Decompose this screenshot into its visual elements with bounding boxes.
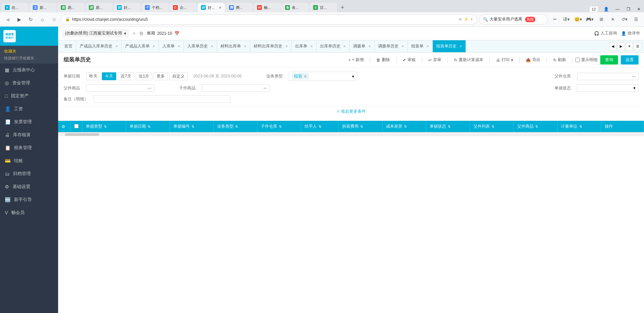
close-material-out-history[interactable]: ✕ bbox=[285, 44, 288, 48]
nav-tab-material-out-history[interactable]: 材料出库单历史 ✕ bbox=[250, 40, 292, 52]
sidebar-item-funds[interactable]: ◎ 资金管理 bbox=[0, 76, 58, 89]
date-btn-today[interactable]: 今天 bbox=[102, 72, 116, 80]
profile-icon[interactable]: 👤 bbox=[602, 6, 611, 12]
sidebar-item-invoice[interactable]: 🧾 发票管理 bbox=[0, 115, 58, 128]
sidebar-item-assets[interactable]: □ 固定资产 bbox=[0, 89, 58, 102]
back-button[interactable]: ◀ bbox=[3, 15, 12, 24]
browser-tab-4[interactable]: 易 易... bbox=[85, 3, 113, 12]
sun-icon[interactable]: ☀ bbox=[608, 14, 618, 25]
abandon-button[interactable]: ↩ 弃审 bbox=[425, 55, 445, 65]
nav-next-button[interactable]: ▶ bbox=[617, 43, 625, 50]
address-bar[interactable]: 🔒 https://cloud.chanjet.com/accounting/u… bbox=[61, 14, 477, 25]
sidebar-item-settle[interactable]: 💳 结账 bbox=[0, 154, 58, 167]
browser-tab-1[interactable]: A 在... bbox=[1, 3, 29, 12]
sidebar-item-settings[interactable]: ⚙ 基础设置 bbox=[0, 180, 58, 193]
th-parent-list[interactable]: 父件列表 ⇅ bbox=[470, 121, 513, 132]
th-biz-type[interactable]: 业务类型 ⇅ bbox=[213, 121, 257, 132]
browser-tab-9[interactable]: 腾 腾... bbox=[226, 3, 253, 12]
child-goods-select[interactable]: ··· bbox=[202, 84, 270, 92]
search-bar[interactable]: 🔍 大量安卓用户逃离 热搜 bbox=[479, 14, 548, 25]
tab-menu-button[interactable]: ☰ bbox=[634, 43, 641, 50]
sort-parent-list-icon[interactable]: ⇅ bbox=[492, 125, 494, 128]
business-type-select[interactable]: 组装 ✕ ▾ bbox=[289, 72, 357, 81]
close-tab-button[interactable]: ✕ bbox=[626, 43, 633, 50]
sort-unit-icon[interactable]: ⇅ bbox=[579, 125, 582, 128]
add-tab-button[interactable]: + bbox=[338, 3, 347, 12]
calendar-icon[interactable]: 📅 bbox=[174, 31, 179, 36]
sort-warehouse-icon[interactable]: ⇅ bbox=[279, 125, 282, 128]
collapse-bar[interactable]: ∧ 收起更多条件 bbox=[64, 106, 639, 116]
browser-tab-7[interactable]: C 企... bbox=[170, 3, 197, 12]
user-profile[interactable]: 👤 徐泽华 bbox=[621, 30, 640, 36]
parent-warehouse-select[interactable]: ··· bbox=[577, 73, 639, 80]
sidebar-item-reports[interactable]: ▦ 云报表中心 bbox=[0, 63, 58, 76]
print-button[interactable]: 🖨 打印 ▾ bbox=[493, 55, 516, 65]
scrollbar-thumb[interactable] bbox=[65, 133, 99, 136]
th-cost-diff[interactable]: 成本差异 ⇅ bbox=[382, 121, 426, 132]
close-adjust-history[interactable]: ✕ bbox=[401, 44, 404, 48]
nav-tab-in-order[interactable]: 入库单 ✕ bbox=[159, 40, 184, 52]
sidebar-item-member[interactable]: V 畅会员 bbox=[0, 206, 58, 219]
audit-button[interactable]: ✔ 审核 bbox=[399, 55, 419, 65]
th-settings[interactable]: ⚙ bbox=[58, 121, 70, 132]
tab-close-8[interactable]: ✕ bbox=[219, 6, 222, 10]
recalc-button[interactable]: ↻ 重新计算成本 bbox=[451, 55, 487, 65]
close-adjust[interactable]: ✕ bbox=[368, 44, 371, 48]
th-disassemble-cost[interactable]: 拆装费用 ⇅ bbox=[338, 121, 382, 132]
child-goods-dots[interactable]: ··· bbox=[264, 86, 267, 90]
game-icon[interactable]: 🎮▾ bbox=[585, 14, 595, 25]
minimize-button[interactable]: — bbox=[614, 6, 622, 12]
maximize-button[interactable]: ❐ bbox=[625, 6, 632, 12]
nav-tab-produce-in[interactable]: 产成品入库单 ✕ bbox=[122, 40, 159, 52]
th-number[interactable]: 单据编号 ⇅ bbox=[170, 121, 213, 132]
select-all-checkbox[interactable] bbox=[74, 124, 79, 128]
sidebar-item-payroll[interactable]: 👤 工资 bbox=[0, 102, 58, 115]
consult-button[interactable]: 🎧 人工咨询 bbox=[594, 30, 617, 36]
scissors-icon[interactable]: ✂ bbox=[550, 14, 560, 25]
sort-parent-goods-icon[interactable]: ⇅ bbox=[535, 125, 538, 128]
close-assemble-history[interactable]: ✕ bbox=[459, 44, 462, 48]
nav-tab-assemble[interactable]: 组装单 ✕ bbox=[408, 40, 433, 52]
nav-tab-produce-in-history[interactable]: 产成品入库单历史 ✕ bbox=[76, 40, 122, 52]
th-status[interactable]: 单据状态 ⇅ bbox=[426, 121, 470, 132]
close-in-order[interactable]: ✕ bbox=[177, 44, 180, 48]
export-button[interactable]: 📤 导出 bbox=[522, 55, 544, 65]
order-status-dropdown[interactable]: ▾ bbox=[633, 86, 635, 90]
dropdown-icon[interactable]: ▾ bbox=[471, 17, 473, 22]
sort-type-icon[interactable]: ⇅ bbox=[104, 125, 107, 128]
company-selector[interactable]: (勿删勿禁用) 江西服宝测试专用 ▾ bbox=[62, 29, 129, 38]
th-unit[interactable]: 计量单位 ⇅ bbox=[558, 121, 601, 132]
sort-status-icon[interactable]: ⇅ bbox=[448, 125, 451, 128]
browser-tab-3[interactable]: 易 易... bbox=[57, 3, 85, 12]
nav-tab-in-history[interactable]: 入库单历史 ✕ bbox=[184, 40, 217, 52]
sort-number-icon[interactable]: ⇅ bbox=[191, 125, 194, 128]
translate-icon[interactable]: 译▾ bbox=[561, 14, 572, 25]
date-btn-1month[interactable]: 近1月 bbox=[136, 72, 152, 80]
parent-goods-select[interactable]: ··· bbox=[86, 84, 155, 92]
sidebar-item-guide[interactable]: 🆕 新手引导 bbox=[0, 193, 58, 206]
sidebar-item-tax[interactable]: 📋 税务管理 bbox=[0, 141, 58, 154]
close-produce-in-history[interactable]: ✕ bbox=[115, 44, 118, 48]
date-btn-more[interactable]: 更多 bbox=[153, 72, 168, 80]
sort-handler-icon[interactable]: ⇅ bbox=[319, 125, 321, 128]
browser-tab-5[interactable]: 好 好... bbox=[113, 3, 141, 12]
browser-tab-11[interactable]: 各 各... bbox=[282, 3, 309, 12]
parent-goods-dots[interactable]: ··· bbox=[148, 86, 151, 90]
th-child-warehouse[interactable]: 子件仓库 ⇅ bbox=[257, 121, 301, 132]
show-detail-checkbox-label[interactable]: 显示明细 bbox=[575, 57, 598, 63]
parent-warehouse-dots[interactable]: ··· bbox=[632, 74, 635, 79]
nav-tab-adjust[interactable]: 调拨单 ✕ bbox=[350, 40, 375, 52]
th-date[interactable]: 单据日期 ⇅ bbox=[126, 121, 170, 132]
refresh-button[interactable]: ↻ 刷新 bbox=[550, 55, 569, 65]
close-in-history[interactable]: ✕ bbox=[211, 44, 213, 48]
show-detail-checkbox[interactable] bbox=[575, 58, 580, 62]
nav-tab-assemble-history[interactable]: 组装单历史 ✕ bbox=[433, 40, 466, 52]
emoji-icon[interactable]: 😊▾ bbox=[573, 14, 583, 25]
close-button[interactable]: ✕ bbox=[635, 6, 643, 12]
nav-prev-button[interactable]: ◀ bbox=[609, 43, 617, 50]
lightning-icon[interactable]: ⚡ bbox=[464, 17, 469, 22]
date-btn-yesterday[interactable]: 昨天 bbox=[86, 72, 100, 80]
browser-tab-10[interactable]: M 畅... bbox=[254, 3, 281, 12]
order-status-select[interactable]: ▾ bbox=[577, 84, 639, 92]
sort-diff-icon[interactable]: ⇅ bbox=[404, 125, 407, 128]
